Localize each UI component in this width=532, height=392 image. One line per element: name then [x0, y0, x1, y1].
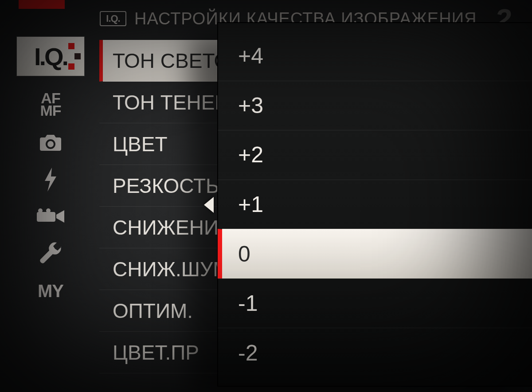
sidebar-item-label: AF MF	[40, 92, 61, 117]
caret-left-icon	[204, 197, 214, 213]
settings-item-long-exp-nr[interactable]: СНИЖ.ШУМ.	[99, 248, 237, 290]
iq-badge-icon: I.Q.	[100, 11, 126, 26]
settings-item-color-space[interactable]: ЦВЕТ.ПР	[99, 332, 237, 373]
value-option-label: -2	[238, 340, 258, 366]
sidebar-item-setup[interactable]	[17, 241, 84, 265]
value-option-plus1[interactable]: +1	[218, 180, 532, 229]
sidebar-item-afmf[interactable]: AF MF	[17, 92, 84, 117]
settings-item-label: ТОН ТЕНЕЙ	[113, 90, 230, 114]
flash-icon	[43, 168, 58, 192]
settings-list: ТОН СВЕТОВ ТОН ТЕНЕЙ ЦВЕТ РЕЗКОСТЬ СНИЖЕ…	[99, 40, 237, 373]
settings-item-label: ЦВЕТ	[113, 132, 168, 156]
value-option-label: -1	[238, 290, 258, 316]
settings-item-sharpness[interactable]: РЕЗКОСТЬ	[99, 165, 237, 207]
sidebar-item-label: I.Q.	[34, 42, 67, 71]
value-option-label: +4	[238, 43, 263, 69]
settings-item-label: ЦВЕТ.ПР	[113, 341, 199, 365]
sidebar-item-video[interactable]	[17, 208, 84, 225]
value-option-zero[interactable]: 0	[218, 229, 532, 278]
value-option-minus2[interactable]: -2	[218, 328, 532, 377]
settings-item-color[interactable]: ЦВЕТ	[99, 123, 237, 165]
sidebar-item-camera[interactable]	[17, 133, 84, 152]
value-option-plus3[interactable]: +3	[218, 81, 532, 130]
settings-item-shadow-tone[interactable]: ТОН ТЕНЕЙ	[99, 82, 237, 123]
sidebar-item-label: MY	[38, 281, 63, 301]
camera-icon	[38, 133, 63, 152]
value-option-plus2[interactable]: +2	[218, 130, 532, 180]
value-picker-list: +4 +3 +2 +1 0 -1 -2	[218, 31, 532, 377]
value-option-plus4[interactable]: +4	[218, 31, 532, 81]
settings-item-highlight-tone[interactable]: ТОН СВЕТОВ	[99, 40, 237, 82]
settings-item-label: РЕЗКОСТЬ	[113, 174, 219, 198]
wrench-icon	[39, 241, 63, 265]
value-option-label: 0	[238, 241, 250, 267]
value-option-label: +1	[238, 192, 263, 217]
settings-item-label: ОПТИМ.	[113, 299, 193, 323]
settings-item-noise-reduction[interactable]: СНИЖЕНИЕ ШУМА	[99, 207, 237, 248]
sidebar-item-iq[interactable]: I.Q.	[16, 36, 85, 76]
iq-decor-icon	[68, 43, 81, 70]
sidebar-item-my[interactable]: MY	[17, 281, 84, 301]
active-tab-marker	[19, 0, 65, 9]
value-option-label: +3	[238, 93, 263, 118]
sidebar-item-flash[interactable]	[17, 168, 84, 192]
value-picker-popup: +4 +3 +2 +1 0 -1 -2	[217, 22, 532, 387]
menu-sidebar: I.Q. AF MF	[17, 35, 84, 392]
value-option-minus1[interactable]: -1	[218, 278, 532, 328]
video-icon	[37, 208, 64, 225]
settings-item-lens-opt[interactable]: ОПТИМ.	[99, 290, 237, 332]
value-option-label: +2	[238, 142, 263, 168]
camera-menu-screen: 2 I.Q. НАСТРОЙКИ КАЧЕСТВА ИЗОБРАЖЕНИЯ I.…	[0, 0, 532, 392]
